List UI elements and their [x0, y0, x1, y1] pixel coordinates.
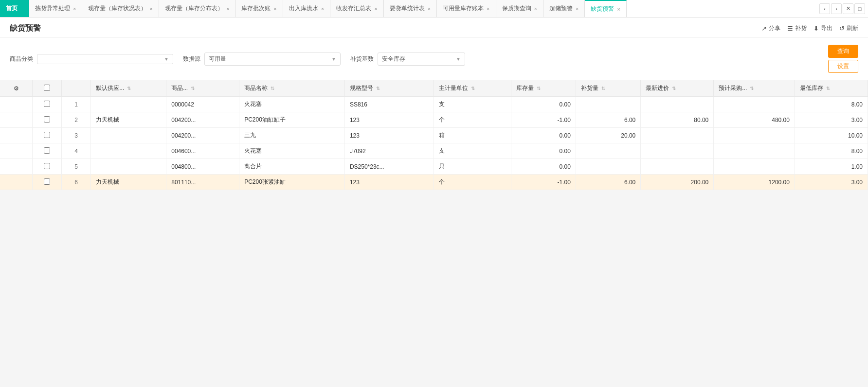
tab-batch-account-close[interactable]: × — [273, 6, 276, 12]
tab-shortage-warning-close[interactable]: × — [617, 6, 620, 12]
refresh-button[interactable]: ↺ 刷新 — [839, 24, 858, 33]
row-unit: 个 — [434, 175, 511, 190]
tab-available-ledger[interactable]: 可用量库存账本 × — [437, 0, 496, 17]
tab-prev-button[interactable]: ‹ — [819, 3, 830, 14]
tab-expiry-query[interactable]: 保质期查询 × — [496, 0, 543, 17]
th-unit[interactable]: 主计量单位 ⇅ — [434, 80, 511, 97]
tab-overstock-warning-close[interactable]: × — [576, 6, 579, 12]
export-icon: ⬇ — [814, 25, 819, 32]
tab-requisition-stat[interactable]: 要货单统计表 × — [384, 0, 437, 17]
tab-close-all-button[interactable]: ✕ — [843, 3, 853, 14]
sort-product-code-icon: ⇅ — [191, 86, 195, 91]
row-product-code: 004600... — [166, 143, 239, 159]
tab-expiry-query-close[interactable]: × — [534, 6, 537, 12]
th-est-purchase[interactable]: 预计采购... ⇅ — [714, 80, 795, 97]
row-settings-cell — [0, 128, 33, 143]
row-min-stock: 3.00 — [795, 112, 868, 128]
tab-abnormal-close[interactable]: × — [73, 6, 76, 12]
row-product-name: PC200张紧油缸 — [239, 175, 345, 190]
row-settings-cell — [0, 112, 33, 128]
tab-requisition-stat-label: 要货单统计表 — [390, 4, 425, 13]
sort-replenish-qty-icon: ⇅ — [601, 86, 605, 91]
tab-overstock-warning[interactable]: 超储预警 × — [543, 0, 585, 17]
settings-gear-icon: ⚙ — [14, 85, 19, 92]
query-button[interactable]: 查询 — [828, 45, 858, 58]
replenish-button[interactable]: ☰ 补货 — [787, 24, 807, 33]
row-default-supplier — [91, 143, 166, 159]
tab-available-ledger-close[interactable]: × — [487, 6, 489, 12]
tab-receive-summary-label: 收发存汇总表 — [336, 4, 371, 13]
row-spec: J7092 — [344, 143, 434, 159]
row-min-stock: 1.00 — [795, 159, 868, 175]
th-replenish-qty[interactable]: 补货量 ⇅ — [576, 80, 640, 97]
row-checkbox-cell[interactable] — [33, 143, 62, 159]
filter-datasource-group: 数据源 可用量 ▼ — [183, 53, 341, 66]
row-seq: 2 — [62, 112, 91, 128]
category-select[interactable]: ▼ — [37, 54, 173, 64]
row-spec: DS250*23c... — [344, 159, 434, 175]
row-min-stock: 8.00 — [795, 97, 868, 112]
tab-next-button[interactable]: › — [831, 3, 842, 14]
th-spec[interactable]: 规格型号 ⇅ — [344, 80, 434, 97]
tab-receive-summary[interactable]: 收发存汇总表 × — [330, 0, 383, 17]
tab-abnormal[interactable]: 拣货异常处理 × — [29, 0, 82, 17]
tab-shortage-warning[interactable]: 缺货预警 × — [585, 0, 626, 17]
row-default-supplier — [91, 159, 166, 175]
row-checkbox-cell[interactable] — [33, 175, 62, 190]
refresh-icon: ↺ — [839, 25, 845, 32]
th-product-name[interactable]: 商品名称 ⇅ — [239, 80, 345, 97]
datasource-select[interactable]: 可用量 ▼ — [204, 53, 341, 66]
row-spec: SS816 — [344, 97, 434, 112]
row-checkbox-cell[interactable] — [33, 159, 62, 175]
th-default-supplier[interactable]: 默认供应... ⇅ — [91, 80, 166, 97]
row-checkbox-cell[interactable] — [33, 112, 62, 128]
sort-est-purchase-icon: ⇅ — [750, 86, 754, 91]
sort-product-name-icon: ⇅ — [271, 86, 274, 91]
tab-inventory-dist-close[interactable]: × — [226, 6, 229, 12]
th-product-code[interactable]: 商品... ⇅ — [166, 80, 239, 97]
row-unit: 个 — [434, 112, 511, 128]
tab-inventory-status[interactable]: 现存量（库存状况表） × — [82, 0, 159, 17]
row-replenish-qty — [576, 143, 640, 159]
share-button[interactable]: ↗ 分享 — [761, 24, 780, 33]
tab-maximize-button[interactable]: □ — [854, 3, 865, 14]
th-stock-qty[interactable]: 库存量 ⇅ — [511, 80, 576, 97]
row-replenish-qty — [576, 97, 640, 112]
th-latest-price[interactable]: 最新进价 ⇅ — [641, 80, 714, 97]
row-checkbox[interactable] — [44, 116, 50, 123]
row-stock-qty: 0.00 — [511, 128, 576, 143]
th-default-supplier-label: 默认供应... — [96, 84, 124, 92]
row-stock-qty: 0.00 — [511, 97, 576, 112]
th-checkbox[interactable] — [33, 80, 62, 97]
tab-inventory-dist[interactable]: 现存量（库存分布表） × — [159, 0, 235, 17]
row-checkbox[interactable] — [44, 132, 50, 138]
row-product-name: PC200油缸缸子 — [239, 112, 345, 128]
table-row: 5 004800... 离合片 DS250*23c... 只 0.00 1.00 — [0, 159, 868, 175]
tab-home[interactable]: 首页 — [0, 0, 29, 17]
th-min-stock[interactable]: 最低库存 ⇅ — [795, 80, 868, 97]
select-all-checkbox[interactable] — [44, 85, 50, 91]
th-min-stock-label: 最低库存 — [800, 84, 823, 92]
tab-inout-flow-close[interactable]: × — [321, 6, 324, 12]
tab-inventory-status-close[interactable]: × — [149, 6, 152, 12]
page-content: 缺货预警 ↗ 分享 ☰ 补货 ⬇ 导出 ↺ 刷新 商品分类 — [0, 18, 868, 190]
row-checkbox[interactable] — [44, 178, 50, 185]
sort-min-stock-icon: ⇅ — [826, 86, 830, 91]
row-checkbox[interactable] — [44, 147, 50, 154]
tab-batch-account[interactable]: 库存批次账 × — [235, 0, 283, 17]
row-checkbox-cell[interactable] — [33, 97, 62, 112]
replenish-base-select[interactable]: 安全库存 ▼ — [378, 53, 465, 66]
row-checkbox[interactable] — [44, 101, 50, 107]
row-default-supplier — [91, 128, 166, 143]
table-row: 3 004200... 三九 123 箱 0.00 20.00 10.00 — [0, 128, 868, 143]
tab-receive-summary-close[interactable]: × — [374, 6, 377, 12]
row-checkbox[interactable] — [44, 163, 50, 169]
tab-requisition-stat-close[interactable]: × — [428, 6, 431, 12]
export-button[interactable]: ⬇ 导出 — [814, 24, 832, 33]
row-latest-price — [641, 128, 714, 143]
row-product-code: 004800... — [166, 159, 239, 175]
tab-inout-flow[interactable]: 出入库流水 × — [283, 0, 330, 17]
th-settings[interactable]: ⚙ — [0, 80, 33, 97]
settings-button[interactable]: 设置 — [828, 60, 858, 73]
row-checkbox-cell[interactable] — [33, 128, 62, 143]
